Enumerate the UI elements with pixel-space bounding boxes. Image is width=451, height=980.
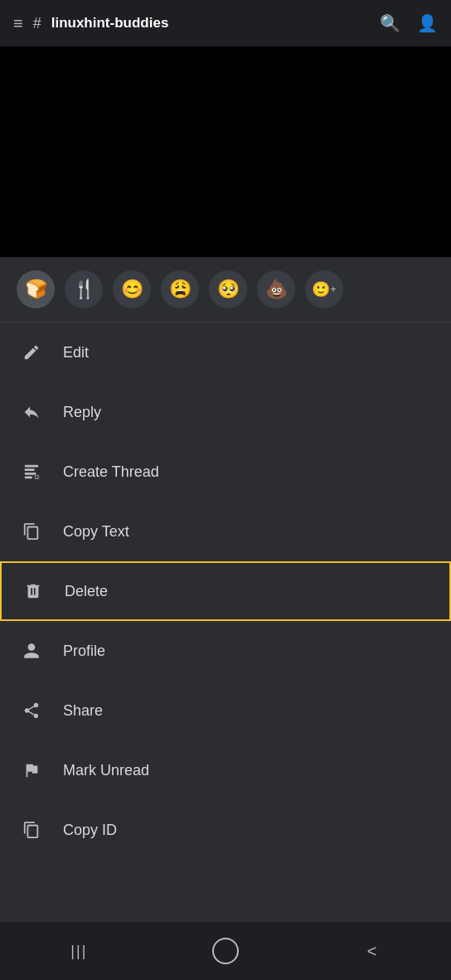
flag-icon	[20, 759, 43, 782]
delete-label: Delete	[65, 583, 108, 600]
share-icon	[20, 699, 43, 722]
emoji-grin[interactable]: 😊	[113, 270, 151, 308]
hamburger-icon[interactable]: ≡	[13, 14, 23, 33]
svg-rect-2	[25, 473, 36, 475]
menu-item-copy-text[interactable]: Copy Text	[0, 502, 451, 561]
bottom-nav-bar: ||| <	[0, 922, 451, 980]
copyid-icon	[20, 818, 43, 842]
menu-item-create-thread[interactable]: Create Thread	[0, 442, 451, 502]
home-button[interactable]	[212, 938, 239, 964]
menu-item-profile[interactable]: Profile	[0, 621, 451, 681]
copy-text-label: Copy Text	[63, 523, 129, 541]
recent-apps-button[interactable]: |||	[54, 926, 104, 976]
svg-rect-3	[25, 477, 32, 479]
hash-icon: #	[33, 15, 41, 32]
back-button[interactable]: <	[347, 926, 397, 976]
emoji-cutlery[interactable]: 🍴	[65, 270, 103, 308]
channel-title: linuxhint-buddies	[51, 15, 169, 32]
search-icon[interactable]: 🔍	[380, 13, 400, 33]
edit-label: Edit	[63, 344, 89, 361]
header-left: ≡ # linuxhint-buddies	[13, 14, 168, 33]
menu-item-share[interactable]: Share	[0, 681, 451, 740]
profile-label: Profile	[63, 643, 105, 660]
menu-item-reply[interactable]: Reply	[0, 382, 451, 442]
menu-item-delete[interactable]: Delete ⇐	[0, 561, 451, 621]
menu-item-mark-unread[interactable]: Mark Unread	[0, 740, 451, 800]
emoji-poop[interactable]: 💩	[257, 270, 295, 308]
emoji-add-button[interactable]: 🙂+	[305, 270, 343, 308]
svg-rect-0	[25, 465, 39, 468]
create-thread-label: Create Thread	[63, 463, 159, 481]
emoji-weary[interactable]: 😩	[161, 270, 199, 308]
share-label: Share	[63, 702, 103, 720]
reply-label: Reply	[63, 404, 101, 421]
copy-id-label: Copy ID	[63, 822, 117, 839]
emoji-reaction-row: 🍞 🍴 😊 😩 🥺 💩 🙂+	[0, 257, 451, 323]
emoji-bread[interactable]: 🍞	[17, 270, 55, 308]
thread-icon	[20, 460, 43, 483]
menu-item-list: Edit Reply	[0, 323, 451, 922]
context-menu: 🍞 🍴 😊 😩 🥺 💩 🙂+ Edit Reply	[0, 257, 451, 980]
header-right: 🔍 👤	[380, 13, 438, 33]
members-icon[interactable]: 👤	[417, 13, 438, 33]
mark-unread-label: Mark Unread	[63, 762, 149, 779]
svg-rect-1	[25, 468, 35, 471]
copy-icon	[20, 520, 43, 543]
trash-icon	[22, 580, 45, 603]
menu-item-edit[interactable]: Edit	[0, 323, 451, 382]
reply-icon	[20, 400, 43, 424]
menu-item-copy-id[interactable]: Copy ID	[0, 800, 451, 860]
profile-icon	[20, 639, 43, 662]
pencil-icon	[20, 341, 43, 364]
emoji-pleading[interactable]: 🥺	[209, 270, 247, 308]
